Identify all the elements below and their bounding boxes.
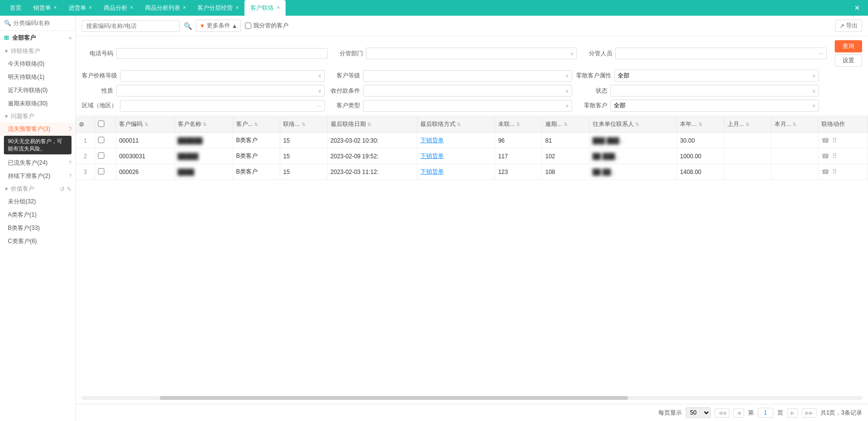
sidebar-group-problem-customers[interactable]: ▼ 问题客户: [0, 110, 75, 123]
col-contact-person[interactable]: 往来单位联系人 ⇅: [589, 116, 677, 133]
close-all-tabs-button[interactable]: ✕: [850, 4, 864, 12]
contact-icon-2[interactable]: ☎: [821, 152, 829, 160]
sidebar-item-b-class[interactable]: B类客户(33): [0, 222, 75, 235]
close-product-analysis-list-icon[interactable]: ×: [183, 0, 186, 16]
filter-select-customer-tier[interactable]: ∨: [363, 70, 572, 82]
filter-select-customer-type[interactable]: ∨: [363, 100, 572, 112]
filter-icon: ▼: [199, 23, 205, 29]
close-customer-contact-icon[interactable]: ×: [277, 0, 280, 16]
question-icon-3[interactable]: ?: [69, 173, 72, 179]
next-page-button[interactable]: ▶: [787, 408, 798, 418]
horizontal-scrollbar[interactable]: [82, 396, 862, 400]
my-customers-checkbox[interactable]: [245, 23, 251, 29]
row-checkbox-3[interactable]: [95, 164, 116, 180]
filter-select-nature[interactable]: ∨: [116, 85, 325, 97]
refresh-icon[interactable]: ↺: [60, 186, 65, 193]
tab-customer-tier[interactable]: 客户分层经营 ×: [192, 0, 244, 16]
contact-icon-1[interactable]: ☎: [821, 137, 829, 144]
question-icon[interactable]: ?: [69, 126, 72, 132]
col-customer-type[interactable]: 客户... ⇅: [233, 116, 280, 133]
sidebar-item-churn-warning[interactable]: 流失预警客户(3) ?: [0, 123, 75, 136]
sidebar-collapse-button[interactable]: «: [69, 35, 72, 41]
col-customer-name[interactable]: 客户名称 ⇅: [174, 116, 233, 133]
close-customer-tier-icon[interactable]: ×: [236, 0, 239, 16]
tab-purchase-order[interactable]: 进货单 ×: [63, 0, 98, 16]
last-method-link-3[interactable]: 下销货单: [420, 168, 444, 175]
settings-button[interactable]: 设置: [835, 54, 862, 67]
prev-page-button[interactable]: ◀: [733, 408, 744, 418]
select-all-checkbox[interactable]: [98, 121, 104, 127]
question-icon-2[interactable]: ?: [69, 160, 72, 166]
sidebar-item-today-pending[interactable]: 今天待联络(0): [0, 57, 75, 71]
more-action-icon-1[interactable]: ⠿: [832, 137, 837, 144]
sidebar-item-churned[interactable]: 已流失客户(24) ?: [0, 156, 75, 170]
search-button[interactable]: 🔍: [184, 22, 192, 30]
last-method-link-2[interactable]: 下销货单: [420, 152, 444, 159]
col-customer-code[interactable]: 客户编码 ⇅: [116, 116, 174, 133]
search-input[interactable]: [82, 20, 180, 32]
sidebar-item-a-class[interactable]: A类客户(1): [0, 208, 75, 222]
arrow-icon-value: ▼: [4, 186, 9, 192]
sidebar-item-tomorrow-pending[interactable]: 明天待联络(1): [0, 71, 75, 84]
my-customers-checkbox-label[interactable]: 我分管的客户: [245, 22, 289, 30]
query-button[interactable]: 查询: [835, 40, 862, 52]
more-action-icon-2[interactable]: ⠿: [832, 152, 837, 160]
col-this-month[interactable]: 本月... ⇅: [771, 116, 818, 133]
customer-table: ⚙ 客户编码 ⇅ 客户名称 ⇅: [76, 116, 868, 180]
row-last-date-3: 2023-02-03 11:12:: [327, 164, 417, 180]
sidebar-group-pending-contact[interactable]: ▼ 待联络客户: [0, 45, 75, 57]
sidebar-all-customers[interactable]: ⊞ 全部客户 «: [0, 31, 75, 45]
more-dots-icon: ···: [819, 50, 823, 57]
close-sales-order-icon[interactable]: ×: [54, 0, 57, 16]
last-page-button[interactable]: ▶▶: [802, 408, 817, 418]
per-page-select[interactable]: 50 20 100: [686, 407, 711, 418]
filter-select-person[interactable]: ···: [615, 48, 827, 59]
sidebar-item-c-class[interactable]: C类客户(6): [0, 235, 75, 248]
more-action-icon-3[interactable]: ⠿: [832, 168, 837, 175]
close-purchase-icon[interactable]: ×: [89, 0, 92, 16]
filter-select-retail-attr[interactable]: 全部 ∨: [614, 70, 819, 82]
tab-home[interactable]: 首页: [4, 0, 27, 16]
sidebar-group-value-customers[interactable]: ▼ 价值客户 ↺ ✎: [0, 183, 75, 195]
more-conditions-button[interactable]: ▼ 更多条件 ▲: [196, 20, 241, 32]
tab-sales-order[interactable]: 销货单 ×: [27, 0, 63, 16]
tab-product-analysis[interactable]: 商品分析 ×: [98, 0, 139, 16]
contact-icon-3[interactable]: ☎: [821, 168, 829, 175]
col-this-year[interactable]: 本年... ⇅: [677, 116, 724, 133]
filter-select-payment[interactable]: ∨: [363, 85, 572, 97]
sidebar-item-ungrouped[interactable]: 未分组(32): [0, 195, 75, 208]
filter-select-price-tier[interactable]: ∨: [120, 70, 325, 82]
close-product-analysis-icon[interactable]: ×: [130, 0, 133, 16]
sidebar-item-declining[interactable]: 持续下滑客户(2) ?: [0, 170, 75, 183]
row-2-checkbox[interactable]: [98, 152, 104, 159]
per-page-label: 每页显示: [658, 409, 682, 417]
filter-label-price-tier: 客户价格等级: [82, 72, 120, 80]
col-last-contact-method[interactable]: 最后联络方式 ⇅: [417, 116, 495, 133]
sidebar-search-input[interactable]: [13, 20, 72, 26]
filter-input-phone[interactable]: [116, 48, 328, 59]
export-button[interactable]: ↗ 导出: [835, 20, 862, 32]
row-checkbox-2[interactable]: [95, 149, 116, 164]
col-overdue[interactable]: 逾期... ⇅: [542, 116, 589, 133]
col-contact-count[interactable]: 联络... ⇅: [280, 116, 327, 133]
col-last-contact-date[interactable]: 最后联络日期 ⇅: [327, 116, 417, 133]
last-method-link-1[interactable]: 下销货单: [420, 137, 444, 144]
filter-select-status[interactable]: ∨: [610, 85, 819, 97]
page-number-input[interactable]: [758, 408, 773, 418]
filter-select-dept[interactable]: ∨: [366, 48, 578, 59]
tab-customer-contact[interactable]: 客户联络 ×: [244, 0, 286, 16]
first-page-button[interactable]: ◀◀: [715, 408, 729, 418]
row-checkbox-1[interactable]: [95, 133, 116, 149]
row-3-checkbox[interactable]: [98, 168, 104, 174]
tab-product-analysis-list[interactable]: 商品分析列表 ×: [139, 0, 192, 16]
sidebar-item-7day-pending[interactable]: 近7天待联络(0): [0, 84, 75, 97]
sidebar-item-overdue-contact[interactable]: 逾期未联络(30): [0, 97, 75, 110]
filter-select-region[interactable]: ···: [120, 100, 325, 112]
row-this-year-3: 1408.00: [677, 164, 724, 180]
filter-select-retail-customer[interactable]: 全部 ∨: [610, 99, 819, 112]
col-last-month[interactable]: 上月... ⇅: [724, 116, 771, 133]
edit-icon[interactable]: ✎: [67, 186, 72, 193]
settings-col-icon[interactable]: ⚙: [79, 121, 84, 128]
row-1-checkbox[interactable]: [98, 137, 104, 143]
col-uncontacted[interactable]: 未联... ⇅: [495, 116, 542, 133]
